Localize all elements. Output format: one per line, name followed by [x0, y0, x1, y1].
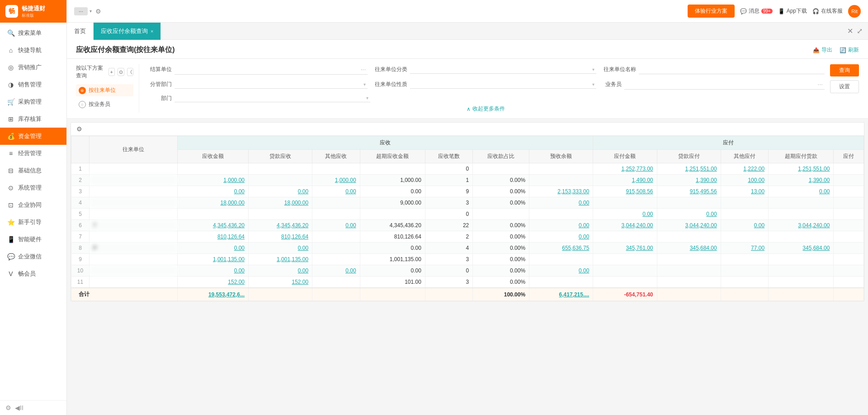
ywy-dots-icon[interactable]: ··· [817, 81, 823, 88]
table-cell-ysje[interactable]: 4,345,436.20 [177, 220, 248, 231]
breadcrumb-chevron[interactable]: ▾ [90, 9, 92, 14]
table-cell-ysje[interactable]: 0.00 [177, 265, 248, 277]
gear-icon-header[interactable]: ⚙ [95, 8, 101, 15]
tab-close-icon[interactable]: × [151, 29, 153, 34]
sidebar-item-guide[interactable]: ⭐ 新手引导 [0, 214, 66, 231]
table-cell-ysje[interactable]: 810,126.64 [177, 231, 248, 243]
service-action[interactable]: 🎧 在线客服 [812, 7, 843, 15]
sidebar-item-collab[interactable]: ⊡ 企业协同 [0, 196, 66, 214]
table-cell-dkyf[interactable]: 1,251,551.00 [657, 163, 721, 175]
table-cell-dkys[interactable]: 18,000.00 [248, 197, 312, 209]
table-cell-qtyf[interactable]: 77.00 [721, 243, 768, 254]
table-cell-ysje[interactable]: 0.00 [177, 243, 248, 254]
table-cell-qtyf[interactable]: 100.00 [721, 175, 768, 186]
expand-icon[interactable]: ⤢ [857, 27, 863, 35]
table-cell-qtys[interactable]: 0.00 [312, 265, 360, 277]
field-control-jsdw[interactable]: ··· [175, 64, 368, 75]
sidebar-item-wechat[interactable]: 💬 企业微信 [0, 248, 66, 265]
sidebar-item-search[interactable]: 🔍 搜索菜单 [0, 24, 66, 42]
table-cell-ysje[interactable]: 152.00 [177, 277, 248, 288]
sidebar-item-base[interactable]: ⊟ 基础信息 [0, 162, 66, 179]
sidebar-item-operation[interactable]: ≡ 经营管理 [0, 145, 66, 162]
table-cell-dkys[interactable]: 152.00 [248, 277, 312, 288]
query-button[interactable]: 查询 [830, 64, 859, 76]
tab-arbalance[interactable]: 应收应付余额查询 × [94, 23, 161, 40]
table-cell-ysey[interactable]: 655,636.75 [529, 243, 593, 254]
sidebar-item-member[interactable]: V 畅会员 [0, 265, 66, 282]
footer-ysey[interactable]: 6,417,215.... [529, 288, 593, 301]
table-cell-yfje[interactable]: 915,508.56 [593, 186, 657, 197]
table-cell-dkys[interactable]: 0.00 [248, 265, 312, 277]
scheme-by-partner[interactable]: ⊕ 按往来单位 [76, 84, 133, 96]
table-cell-dkyf[interactable]: 345,684.00 [657, 243, 721, 254]
sidebar-item-system[interactable]: ⊙ 系统管理 [0, 179, 66, 196]
trial-button[interactable]: 体验行业方案 [688, 5, 735, 18]
table-settings-icon[interactable]: ⚙ [76, 125, 82, 133]
jsdw-dots-icon[interactable]: ··· [361, 66, 366, 73]
table-cell-cqyfhk[interactable]: 1,390.00 [769, 175, 834, 186]
collapse-sidebar-button[interactable]: ◀II [15, 404, 24, 411]
field-control-lwdwmc[interactable] [639, 65, 825, 74]
table-cell-qtyf[interactable]: 1,222.00 [721, 163, 768, 175]
table-cell-ysey[interactable]: 0.00 [529, 197, 593, 209]
table-cell-yfje[interactable]: 1,252,773.00 [593, 163, 657, 175]
sidebar-item-inventory[interactable]: ⊞ 库存核算 [0, 110, 66, 128]
table-cell-dkyf[interactable]: 0.00 [657, 209, 721, 220]
table-scroll[interactable]: 往来单位 应收 应付 应收金额 贷款应收 其他应收 超期应收金额 应收笔数 应收… [71, 136, 864, 301]
sidebar-item-hardware[interactable]: 📱 智能硬件 [0, 231, 66, 248]
table-cell-dkyf[interactable]: 915,495.56 [657, 186, 721, 197]
table-cell-cqyfhk[interactable]: 3,044,240.00 [769, 220, 834, 231]
table-cell-ysey[interactable]: 0.00 [529, 265, 593, 277]
table-cell-yfje[interactable]: 345,761.00 [593, 243, 657, 254]
table-cell-ysey[interactable]: 0.00 [529, 231, 593, 243]
sidebar-item-finance[interactable]: 💰 资金管理 [0, 128, 66, 145]
table-cell-cqyfhk[interactable]: 345,684.00 [769, 243, 834, 254]
message-action[interactable]: 💬 消息 99+ [740, 7, 773, 15]
settings-footer-button[interactable]: ⚙ [5, 404, 11, 411]
tab-home[interactable]: 首页 [67, 23, 94, 40]
app-download-action[interactable]: 📱 App下载 [778, 7, 807, 15]
table-cell-ysey[interactable]: 0.00 [529, 220, 593, 231]
table-cell-qtys[interactable]: 0.00 [312, 186, 360, 197]
table-cell-ysje[interactable]: 1,000.00 [177, 175, 248, 186]
table-cell-dkys[interactable]: 0.00 [248, 186, 312, 197]
table-cell-dkyf[interactable]: 1,390.00 [657, 175, 721, 186]
table-cell-dkyf[interactable]: 3,044,240.00 [657, 220, 721, 231]
table-cell-ysje[interactable]: 18,000.00 [177, 197, 248, 209]
table-cell-dkys[interactable]: 1,001,135.00 [248, 254, 312, 265]
sidebar-item-nav[interactable]: ⌂ 快捷导航 [0, 42, 66, 59]
footer-ysje[interactable]: 19,553,472,6... [177, 288, 248, 301]
table-cell-yfje[interactable]: 1,490.00 [593, 175, 657, 186]
table-cell-dkys[interactable]: 810,126.64 [248, 231, 312, 243]
set-button[interactable]: 设置 [830, 80, 859, 93]
sidebar-item-sales[interactable]: ◑ 销售管理 [0, 76, 66, 93]
table-cell-yfje[interactable]: 0.00 [593, 209, 657, 220]
table-cell-dkys[interactable]: 4,345,436.20 [248, 220, 312, 231]
edit-scheme-button[interactable]: ⊙ [118, 68, 124, 76]
field-select-bm[interactable]: ▾ [175, 94, 370, 102]
table-cell-ysey[interactable]: 2,153,333.00 [529, 186, 593, 197]
close-window-icon[interactable]: ✕ [847, 27, 853, 35]
sidebar-item-marketing[interactable]: ◎ 营销推广 [0, 59, 66, 76]
jsdw-input[interactable] [176, 66, 361, 72]
field-select-fgbm[interactable]: ▾ [175, 81, 368, 89]
collapse-more-button[interactable]: ∧ 收起更多条件 [146, 105, 825, 113]
user-avatar[interactable]: Rit [848, 5, 861, 18]
table-cell-qtyf[interactable]: 0.00 [721, 220, 768, 231]
table-cell-qtys[interactable]: 0.00 [312, 220, 360, 231]
collapse-scheme-button[interactable]: 《 [127, 68, 133, 76]
export-button[interactable]: 📤 导出 [813, 46, 832, 54]
table-cell-cqyfhk[interactable]: 1,251,551.00 [769, 163, 834, 175]
field-control-ywy[interactable]: ··· [624, 79, 825, 90]
table-cell-cqyfhk[interactable]: 0.00 [769, 186, 834, 197]
table-cell-dkys[interactable]: 0.00 [248, 243, 312, 254]
add-scheme-button[interactable]: + [108, 68, 115, 76]
lwdwmc-input[interactable] [641, 66, 823, 72]
ywy-input[interactable] [626, 81, 818, 87]
table-cell-yfje[interactable]: 3,044,240.00 [593, 220, 657, 231]
table-cell-ysje[interactable]: 1,001,135.00 [177, 254, 248, 265]
table-cell-qtys[interactable]: 1,000.00 [312, 175, 360, 186]
scheme-by-salesman[interactable]: ○ 按业务员 [76, 98, 133, 110]
field-select-lwdwfl[interactable]: ▾ [410, 66, 596, 74]
refresh-button[interactable]: 🔄 刷新 [840, 46, 859, 54]
